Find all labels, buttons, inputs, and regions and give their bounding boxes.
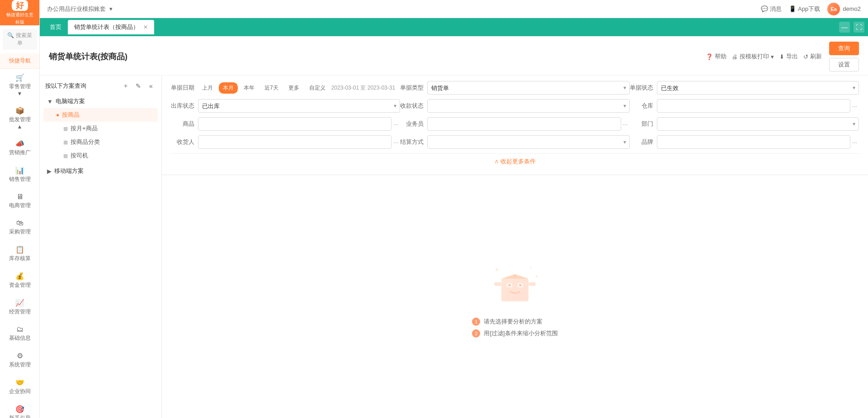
collapse-panel-button[interactable]: « bbox=[146, 81, 156, 91]
help-button[interactable]: ❓ 帮助 bbox=[706, 52, 726, 61]
salesperson-dots[interactable]: ··· bbox=[621, 121, 630, 128]
settings-button[interactable]: 设置 bbox=[829, 58, 859, 71]
sidebar-quick-nav[interactable]: 快捷导航 bbox=[0, 53, 39, 69]
hint-num-2: 2 bbox=[472, 329, 480, 337]
sidebar-item-ecom[interactable]: 🖥 电商管理 bbox=[0, 188, 39, 214]
payment-status-select[interactable] bbox=[427, 99, 629, 113]
tree-item-by-month-goods[interactable]: ▦ 按月+商品 bbox=[43, 122, 158, 135]
tab-home[interactable]: 首页 bbox=[43, 20, 68, 34]
sidebar-item-corp[interactable]: 🤝 企业协同 bbox=[0, 374, 39, 400]
date-tab-this-year[interactable]: 本年 bbox=[240, 82, 259, 94]
search-menu[interactable]: 🔍 搜索菜单 bbox=[3, 29, 37, 50]
tab-report[interactable]: 销货单统计表（按商品） ✕ bbox=[68, 20, 154, 34]
sidebar-item-basic[interactable]: 🗂 基础信息 bbox=[0, 321, 39, 347]
workspace-selector[interactable]: 办公用品行业模拟账套 ▾ bbox=[47, 5, 113, 13]
svg-rect-0 bbox=[501, 279, 528, 301]
sidebar-item-inventory[interactable]: 📋 库存核算 bbox=[0, 241, 39, 267]
doc-type-select-wrapper: 销货单 bbox=[427, 81, 629, 95]
page-content: 销货单统计表(按商品) ❓ 帮助 🖨 按模板打印 ▾ ⬇ 导出 bbox=[40, 36, 868, 418]
goods-label: 商品 bbox=[171, 120, 198, 128]
home-tab-label: 首页 bbox=[50, 23, 61, 31]
warehouse-control: ··· bbox=[657, 99, 859, 113]
sidebar-item-newbie[interactable]: 🎯 新手引导 bbox=[0, 400, 39, 418]
date-tab-more[interactable]: 更多 bbox=[284, 82, 303, 94]
corp-icon: 🤝 bbox=[15, 378, 24, 387]
doc-type-field: 单据类型 销货单 bbox=[400, 81, 629, 95]
sidebar-item-retail[interactable]: 🛒 零售管理 ▼ bbox=[0, 69, 39, 102]
out-status-control: 已出库 bbox=[198, 99, 400, 113]
date-tab-custom[interactable]: 自定义 bbox=[305, 82, 330, 94]
group-mobile-label: 移动端方案 bbox=[54, 167, 84, 175]
brand-input[interactable] bbox=[657, 135, 850, 149]
tree-group-mobile: ▶ 移动端方案 bbox=[43, 164, 158, 178]
tab-maximize-button[interactable]: ⛶ bbox=[854, 22, 864, 33]
svg-rect-6 bbox=[519, 284, 522, 286]
sidebar-item-sales[interactable]: 📊 销售管理 bbox=[0, 162, 39, 188]
item-by-month-goods-label: 按月+商品 bbox=[71, 124, 98, 133]
tab-close-icon[interactable]: ✕ bbox=[143, 24, 148, 30]
out-status-label: 出库状态 bbox=[171, 102, 198, 110]
app-logo: 好 畅捷通好生意 标版 bbox=[0, 0, 39, 25]
settlement-select[interactable] bbox=[427, 135, 629, 149]
tree-group-mobile-header[interactable]: ▶ 移动端方案 bbox=[43, 164, 158, 178]
app-download-button[interactable]: 📱 App下载 bbox=[789, 5, 820, 13]
department-select[interactable] bbox=[657, 117, 859, 131]
out-status-select[interactable]: 已出库 bbox=[198, 99, 400, 113]
goods-control: ··· bbox=[198, 117, 400, 131]
edit-scheme-button[interactable]: ✎ bbox=[133, 81, 143, 91]
sidebar-item-operation[interactable]: 📈 经营管理 bbox=[0, 294, 39, 321]
warehouse-input[interactable] bbox=[657, 99, 850, 113]
item-by-goods-label: 按商品 bbox=[62, 111, 80, 119]
filter-row-2: 出库状态 已出库 收款状态 bbox=[171, 99, 859, 113]
salesperson-input[interactable] bbox=[427, 117, 621, 131]
warehouse-dots[interactable]: ··· bbox=[850, 103, 859, 109]
sidebar-item-marketing[interactable]: 📣 营销推广 bbox=[0, 135, 39, 162]
brand-dots[interactable]: ··· bbox=[850, 139, 859, 146]
wholesale-icon: 📦 bbox=[15, 106, 24, 115]
date-tab-last-month[interactable]: 上月 bbox=[198, 82, 217, 94]
empty-hints: 1 请先选择要分析的方案 2 用[过滤]条件来缩小分析范围 bbox=[472, 318, 557, 337]
report-tab-label: 销货单统计表（按商品） bbox=[74, 23, 139, 31]
empty-state: 1 请先选择要分析的方案 2 用[过滤]条件来缩小分析范围 bbox=[162, 175, 868, 418]
export-icon: ⬇ bbox=[779, 53, 784, 60]
department-select-wrapper bbox=[657, 117, 859, 131]
print-button[interactable]: 🖨 按模板打印 ▾ bbox=[732, 52, 774, 61]
query-button[interactable]: 查询 bbox=[829, 42, 859, 55]
doc-status-field: 单据状态 已生效 bbox=[630, 81, 859, 95]
tree-item-by-category[interactable]: ▦ 按商品分类 bbox=[43, 135, 158, 149]
print-chevron: ▾ bbox=[771, 53, 774, 60]
salesperson-control: ··· bbox=[427, 117, 629, 131]
sidebar-item-purchase[interactable]: 🛍 采购管理 bbox=[0, 214, 39, 241]
receiver-field: 收货人 ··· bbox=[171, 135, 400, 149]
sidebar-item-system[interactable]: ⚙ 系统管理 bbox=[0, 347, 39, 374]
filter-row-1: 单据日期 上月 本月 本年 近7天 更多 自定义 20 bbox=[171, 81, 859, 95]
date-tab-7days[interactable]: 近7天 bbox=[260, 82, 283, 94]
salesperson-field: 业务员 ··· bbox=[400, 117, 629, 131]
tree-item-by-goods[interactable]: ● 按商品 bbox=[43, 108, 158, 122]
tab-minimize-button[interactable]: — bbox=[839, 22, 850, 33]
filter-row-3: 商品 ··· 业务员 ··· bbox=[171, 117, 859, 131]
date-tabs: 上月 本月 本年 近7天 更多 自定义 bbox=[198, 82, 330, 94]
user-menu[interactable]: Ea demo2 bbox=[827, 3, 861, 15]
sidebar-item-wholesale[interactable]: 📦 批发管理 ▲ bbox=[0, 102, 39, 135]
doc-type-control: 销货单 bbox=[427, 81, 629, 95]
date-tab-this-month[interactable]: 本月 bbox=[219, 82, 238, 94]
goods-input[interactable] bbox=[198, 117, 392, 131]
add-scheme-button[interactable]: ＋ bbox=[121, 81, 131, 91]
marketing-icon: 📣 bbox=[15, 139, 24, 148]
print-icon: 🖨 bbox=[732, 53, 738, 60]
tree-item-by-driver[interactable]: ▦ 按司机 bbox=[43, 149, 158, 162]
export-button[interactable]: ⬇ 导出 bbox=[779, 52, 798, 61]
doc-type-select[interactable]: 销货单 bbox=[427, 81, 629, 95]
tree-group-pc-header[interactable]: ▼ 电脑端方案 bbox=[43, 95, 158, 108]
refresh-button[interactable]: ↺ 刷新 bbox=[803, 52, 822, 61]
receiver-dots[interactable]: ··· bbox=[392, 139, 400, 146]
collapse-bar[interactable]: ∧ 收起更多条件 bbox=[171, 153, 859, 169]
mobile-group-arrow: ▶ bbox=[47, 168, 52, 175]
doc-status-select[interactable]: 已生效 bbox=[657, 81, 859, 95]
receiver-input[interactable] bbox=[198, 135, 392, 149]
goods-dots[interactable]: ··· bbox=[392, 121, 400, 128]
filter-panel-header: 按以下方案查询 ＋ ✎ « bbox=[40, 81, 161, 95]
messages-button[interactable]: 💬 消息 bbox=[761, 5, 782, 13]
sidebar-item-finance[interactable]: 💰 资金管理 bbox=[0, 267, 39, 294]
